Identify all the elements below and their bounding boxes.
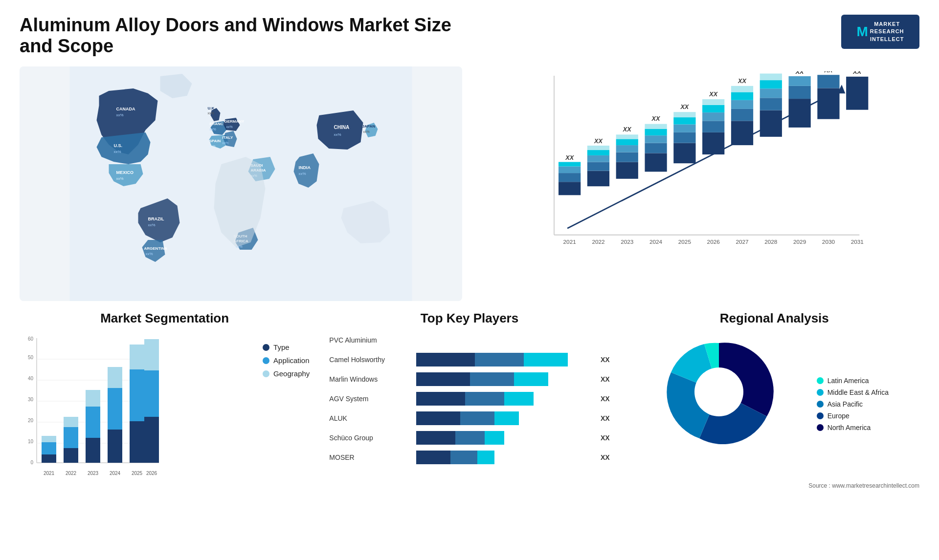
svg-rect-131 <box>108 388 122 430</box>
svg-text:2022: 2022 <box>66 471 77 476</box>
player-val-moser: XX <box>601 451 610 464</box>
svg-text:2022: 2022 <box>592 238 604 245</box>
svg-rect-53 <box>616 134 638 139</box>
player-agv: AGV System XX <box>329 392 609 406</box>
svg-text:XX: XX <box>824 71 833 74</box>
svg-rect-118 <box>42 454 56 463</box>
seg-legend: Type Application Geography <box>263 333 310 378</box>
svg-text:xx%: xx% <box>208 111 214 115</box>
svg-text:xx%: xx% <box>226 125 233 129</box>
svg-text:10: 10 <box>28 439 34 444</box>
svg-text:xx%: xx% <box>146 252 153 256</box>
type-dot <box>263 344 269 351</box>
svg-text:XX: XX <box>852 71 862 75</box>
regional-legend: Latin America Middle East & Africa Asia … <box>817 377 889 431</box>
svg-rect-70 <box>702 132 724 154</box>
seg-chart-svg: 0 10 20 30 40 50 60 <box>20 333 166 485</box>
bar-chart-wrapper: XX 2021 XX 2022 XX 2023 <box>482 71 910 257</box>
svg-text:2023: 2023 <box>621 238 634 245</box>
svg-text:xx%: xx% <box>334 132 341 137</box>
svg-text:0: 0 <box>30 460 33 465</box>
legend-north-america: North America <box>817 424 889 431</box>
page-header: Aluminum Alloy Doors and Windows Market … <box>20 15 919 57</box>
north-america-dot <box>817 424 824 431</box>
player-bar-marlin <box>416 372 593 386</box>
main-bar-chart-svg: XX 2021 XX 2022 XX 2023 <box>482 71 910 257</box>
player-pvc: PVC Aluminium <box>329 333 609 347</box>
logo-letter: M <box>856 24 868 40</box>
svg-text:20: 20 <box>28 418 34 423</box>
svg-text:XX: XX <box>565 154 574 161</box>
geography-label: Geography <box>273 369 310 378</box>
svg-rect-42 <box>587 171 609 187</box>
svg-rect-39 <box>559 162 581 166</box>
svg-text:2027: 2027 <box>736 238 748 245</box>
main-chart-section: XX 2021 XX 2022 XX 2023 <box>477 66 919 301</box>
player-bar-agv <box>416 392 593 406</box>
player-val-camel: XX <box>601 353 610 366</box>
svg-text:XX: XX <box>738 78 747 85</box>
svg-rect-57 <box>645 143 667 153</box>
svg-rect-60 <box>645 124 667 129</box>
svg-text:2024: 2024 <box>110 471 121 476</box>
content-grid: CANADA xx% U.S. xx% MEXICO xx% BRAZIL xx… <box>20 66 919 489</box>
segmentation-title: Market Segmentation <box>20 311 310 326</box>
donut-chart <box>660 333 797 470</box>
legend-geography: Geography <box>263 369 310 378</box>
svg-rect-45 <box>587 150 609 155</box>
svg-rect-86 <box>760 88 782 98</box>
svg-text:INDIA: INDIA <box>299 165 311 170</box>
geography-dot <box>263 370 269 377</box>
svg-rect-44 <box>587 155 609 162</box>
player-name-moser: MOSER <box>329 453 412 461</box>
player-schuco: Schüco Group XX <box>329 431 609 445</box>
svg-rect-65 <box>673 125 695 132</box>
svg-rect-72 <box>702 112 724 121</box>
regional-inner: Latin America Middle East & Africa Asia … <box>660 333 889 475</box>
svg-text:2029: 2029 <box>793 238 806 245</box>
svg-text:2031: 2031 <box>851 238 864 245</box>
svg-rect-56 <box>645 153 667 172</box>
svg-text:xx%: xx% <box>299 172 306 176</box>
key-players-title: Top Key Players <box>329 311 609 326</box>
svg-rect-138 <box>144 417 159 463</box>
svg-rect-58 <box>645 135 667 143</box>
svg-text:ARGENTINA: ARGENTINA <box>144 246 168 251</box>
svg-rect-132 <box>108 367 122 388</box>
svg-rect-134 <box>130 421 144 463</box>
svg-rect-88 <box>760 74 782 81</box>
player-name-camel: Camel Holsworthy <box>329 356 412 364</box>
svg-rect-51 <box>616 145 638 152</box>
player-name-marlin: Marlin Windows <box>329 375 412 383</box>
svg-rect-122 <box>64 448 78 463</box>
asia-pacific-label: Asia Pacific <box>827 400 863 408</box>
svg-rect-71 <box>702 121 724 132</box>
svg-rect-43 <box>587 162 609 171</box>
svg-text:xx%: xx% <box>209 145 216 148</box>
svg-text:CHINA: CHINA <box>334 125 350 130</box>
svg-rect-59 <box>645 129 667 136</box>
legend-application: Application <box>263 356 310 365</box>
legend-type: Type <box>263 343 310 351</box>
middle-east-dot <box>817 389 824 396</box>
svg-text:GERMANY: GERMANY <box>224 119 245 124</box>
world-map-svg: CANADA xx% U.S. xx% MEXICO xx% BRAZIL xx… <box>20 66 462 301</box>
asia-pacific-dot <box>817 401 824 408</box>
svg-rect-67 <box>673 112 695 117</box>
player-camel: Camel Holsworthy XX <box>329 353 609 366</box>
seg-chart-area: 0 10 20 30 40 50 60 <box>20 333 310 487</box>
svg-text:60: 60 <box>28 336 34 342</box>
donut-svg <box>660 333 778 451</box>
svg-rect-127 <box>86 407 100 438</box>
svg-rect-119 <box>42 442 56 454</box>
svg-rect-136 <box>130 345 144 369</box>
player-val-aluk: XX <box>601 411 610 425</box>
player-aluk: ALUK XX <box>329 411 609 425</box>
svg-text:2025: 2025 <box>132 471 143 476</box>
svg-rect-63 <box>673 143 695 164</box>
svg-rect-123 <box>64 427 78 448</box>
svg-text:2023: 2023 <box>88 471 99 476</box>
svg-rect-38 <box>559 167 581 173</box>
svg-rect-50 <box>616 152 638 162</box>
svg-text:2026: 2026 <box>707 238 720 245</box>
